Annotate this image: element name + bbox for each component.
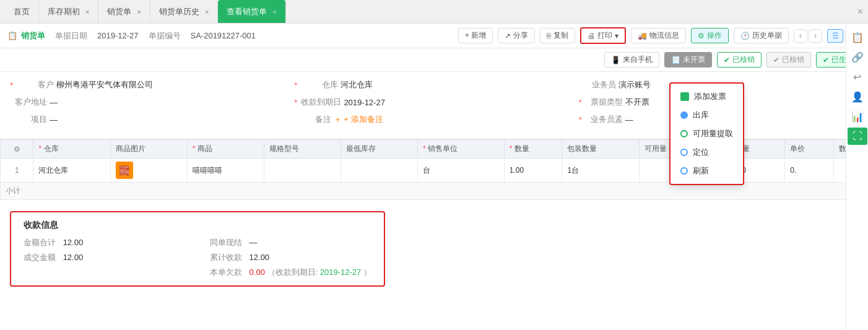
note-label: 备注 [294,114,331,125]
print-button[interactable]: 🖨 打印 ▾ [580,27,626,44]
col-settings[interactable]: ⚙ [1,140,33,158]
tab-view-sales-close[interactable]: × [272,8,276,15]
available-extract-label: 可用量提取 [693,128,733,139]
available-extract-icon [680,130,688,137]
amount-total-value: 12.00 [63,238,84,247]
list-view-button[interactable]: ☰ [827,29,843,43]
add-note-button[interactable]: ＋ + 添加备注 [334,114,383,125]
print-label: 打印 [597,30,612,41]
copy-label: 复制 [553,30,568,41]
col-unit: * 销售单位 [418,140,504,158]
customer-required-mark: * [10,80,13,90]
this-order-due-row: 本单欠款 0.00 （收款到期日: 2019-12-27 ） [210,267,371,278]
operate-dropdown: 添加发票 出库 可用量提取 定位 刷新 [669,82,744,185]
history-button[interactable]: 🕐 历史单据 [734,28,789,43]
doc-meta: 单据日期 2019-12-27 单据编号 SA-20191227-001 [55,30,256,41]
effective-check-icon: ✔ [823,56,829,64]
not-open-label: 未开票 [683,54,705,65]
due-date-label: 收款到期日 [301,97,341,108]
outbound-label: 出库 [693,110,709,121]
operate-button[interactable]: ⚙ 操作 [691,28,729,43]
col-price: 单价 [785,140,833,158]
number-label: 单据编号 [149,30,181,41]
project-label: 项目 [10,114,47,125]
dropdown-refresh[interactable]: 刷新 [671,162,743,180]
payment-grid: 金额合计 12.00 同单现结 — 成交金额 12.00 累计收款 12.00 [24,237,371,278]
prev-button[interactable]: ‹ [794,29,807,43]
due-note-end: ） [363,267,371,277]
operate-label: 操作 [707,30,722,41]
sidebar-icon-doc[interactable]: 📋 [848,28,867,46]
locate-icon [680,149,688,156]
col-qty: * 数量 [504,140,562,158]
address-group: 客户地址 — [10,97,289,108]
row-unit: 台 [418,158,504,183]
due-note: （收款到期日: [267,267,318,277]
sidebar-icon-link[interactable]: 🔗 [848,48,867,66]
window-close-button[interactable]: × [857,6,863,17]
this-order-due-value: 0.00 [250,267,265,277]
row-qty: 1.00 [504,158,562,183]
copy-button[interactable]: ⎘ 复制 [540,28,575,43]
dropdown-locate[interactable]: 定位 [671,143,743,162]
customer-value: 柳州粤港平安气体有限公司 [56,79,153,90]
cumulative-row: 累计收款 12.00 [210,252,371,263]
warehouse-label: 仓库 [301,79,338,90]
tab-inventory[interactable]: 库存期初 × [39,0,98,23]
project-value: — [50,115,124,124]
tab-sales-history[interactable]: 销货单历史 × [150,0,218,23]
row-min-stock [341,158,418,183]
add-note-label: + 添加备注 [344,114,383,125]
cancelled-check-icon: ✔ [773,56,779,64]
check-icon: ✔ [724,56,730,64]
add-invoice-label: 添加发票 [694,91,726,102]
share-button[interactable]: ↗ 分享 [498,28,535,43]
sidebar-icon-user[interactable]: 👤 [848,88,867,105]
share-icon: ↗ [505,32,511,40]
dropdown-outbound[interactable]: 出库 [671,106,743,124]
next-button[interactable]: › [809,29,822,43]
sidebar-icon-chart[interactable]: 📊 [848,108,867,125]
sidebar-icon-return[interactable]: ↩ [848,68,867,85]
amount-total-row: 金额合计 12.00 [24,237,185,248]
tab-inventory-label: 库存期初 [48,6,80,17]
doc-actions: + 新增 ↗ 分享 ⎘ 复制 🖨 打印 ▾ 🚚 物流信息 [458,27,861,44]
history-label: 历史单据 [752,30,782,41]
note-group: 备注 ＋ + 添加备注 [294,114,573,125]
number-value: SA-20191227-001 [191,31,256,40]
row-image: 🧱 [110,158,187,183]
not-open-button[interactable]: 🧾 未开票 [664,52,712,67]
cumulative-label: 累计收款 [210,253,242,262]
doc-title: 📋 销货单 [7,30,45,41]
check-button[interactable]: ✔ 已核销 [717,52,762,67]
bill-type-required-mark: * [579,98,582,107]
payment-title: 收款信息 [24,220,371,231]
copy-icon: ⎘ [547,32,551,40]
add-button[interactable]: + 新增 [458,28,493,43]
sidebar-icon-expand[interactable]: ⛶ [848,128,867,145]
tab-sales-close[interactable]: × [137,8,141,15]
from-phone-button[interactable]: 📱 来自手机 [604,52,659,67]
dropdown-add-invoice[interactable]: 添加发票 [671,87,743,106]
tab-home[interactable]: 首页 [5,0,39,23]
share-label: 分享 [513,30,528,41]
tab-inventory-close[interactable]: × [85,8,89,15]
customer-group: * 客户 柳州粤港平安气体有限公司 [10,79,289,90]
dropdown-available-extract[interactable]: 可用量提取 [671,124,743,143]
phone-icon: 📱 [611,56,620,64]
add-note-icon: ＋ [334,114,342,125]
tab-sales-history-label: 销货单历史 [159,6,199,17]
row-spec [264,158,341,183]
warehouse-value: 河北仓库 [341,79,415,90]
due-date-group: * 收款到期日 2019-12-27 [294,97,573,108]
tab-sales[interactable]: 销货单 × [98,0,150,23]
tab-sales-history-close[interactable]: × [205,8,209,15]
tab-view-sales[interactable]: 查看销货单 × [218,0,285,23]
print-arrow: ▾ [615,32,618,40]
row-price: 0. [785,158,833,183]
address-value: — [50,98,124,107]
col-product: * 商品 [187,140,264,158]
due-date-link[interactable]: 2019-12-27 [320,267,362,277]
row-pkg-qty: 1台 [562,158,639,183]
logistics-button[interactable]: 🚚 物流信息 [631,28,686,43]
